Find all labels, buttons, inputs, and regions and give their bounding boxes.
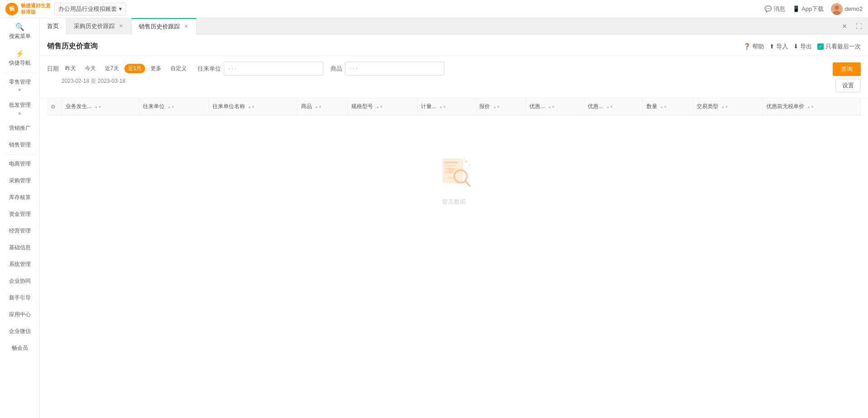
date-chip-yesterday[interactable]: 昨天 [61,64,80,73]
date-chip-more[interactable]: 更多 [147,64,165,73]
sidebar-item-marketing[interactable]: 营销推广 [0,120,39,137]
table-col-qty[interactable]: 数量 ▲▼ [642,98,693,115]
sort-arrows-partner-name[interactable]: ▲▼ [248,105,255,109]
chevron-down-icon: ▾ [119,5,122,12]
user-profile[interactable]: demo2 [831,3,863,15]
top-bar-right: 💬 消息 📱 App下载 demo2 [764,3,863,15]
svg-point-1 [835,5,839,10]
date-chip-today[interactable]: 今天 [81,64,99,73]
sidebar-item-member[interactable]: 畅会员 [0,340,39,356]
sidebar-item-finance-mgmt[interactable]: 资金管理 [0,206,39,223]
table-col-discount2[interactable]: 优惠... ▲▼ [584,98,642,115]
table-col-product[interactable]: 商品 ▲▼ [297,98,347,115]
filter-bar: 日期 昨天 今天 近7天 近1月 更多 自定义 [40,56,868,98]
sidebar-item-enterprise-collab[interactable]: 企业协同 [0,273,39,290]
table-col-price[interactable]: 报价 ▲▼ [475,98,525,115]
product-filter-label: 商品 [330,65,342,73]
table-col-trade-type[interactable]: 交易类型 ▲▼ [693,98,762,115]
settings-button[interactable]: 设置 [835,79,861,92]
page-title: 销售历史价查询 [47,42,98,51]
top-bar: 畅 畅捷通好生意 标准版 办公用品行业模拟账套 ▾ 💬 消息 📱 App下载 [0,0,868,18]
table-col-partner-code[interactable]: 往来单位 ▲▼ [139,98,208,115]
table-settings-col: ⚙ [47,98,61,115]
sidebar-item-search-menu[interactable]: 🔍 搜索菜单 [0,18,39,45]
sidebar-item-wholesale-mgmt[interactable]: 批发管理 ▲ [0,97,39,120]
table-col-unit[interactable]: 计量... ▲▼ [417,98,475,115]
sidebar-item-basic-info[interactable]: 基础信息 [0,239,39,256]
sort-arrows-partner-code[interactable]: ▲▼ [167,105,175,109]
sort-arrows-biz-date[interactable]: ▲▼ [94,105,102,109]
sidebar: 🔍 搜索菜单 ⚡ 快捷导航 零售管理 ▼ 批发管理 ▲ 营销推广 销售管理 电商… [0,18,40,418]
sidebar-item-app-center[interactable]: 应用中心 [0,306,39,323]
date-chip-7days[interactable]: 近7天 [101,64,123,73]
sidebar-item-new-guide[interactable]: 新手引导 [0,290,39,306]
message-btn[interactable]: 💬 消息 [764,5,785,13]
sort-arrows-product[interactable]: ▲▼ [315,105,322,109]
sidebar-item-quick-nav[interactable]: ⚡ 快捷导航 [0,45,39,71]
chevron-up-icon: ▲ [18,110,22,115]
tab-purchase-history[interactable]: 采购历史价跟踪 ✕ [66,18,132,34]
close-sales-history-tab[interactable]: ✕ [183,24,189,30]
date-chip-1month[interactable]: 近1月 [124,64,146,73]
sidebar-item-enterprise-wechat[interactable]: 企业微信 [0,323,39,340]
partner-input[interactable]: ··· [224,62,323,76]
sort-arrows-discount1[interactable]: ▲▼ [548,105,555,109]
import-icon: ⬆ [769,43,774,50]
question-icon: ❓ [743,43,750,50]
sidebar-item-purchase-mgmt[interactable]: 采购管理 [0,172,39,189]
sort-arrows-pretax-price[interactable]: ▲▼ [807,105,814,109]
last-only-checkbox[interactable]: ✓ 只看最后一次 [817,43,861,51]
sort-arrows-trade-type[interactable]: ▲▼ [721,105,728,109]
help-btn[interactable]: ❓ 帮助 [743,43,764,51]
avatar [831,3,843,15]
table-col-discount1[interactable]: 优惠... ▲▼ [526,98,584,115]
product-input[interactable]: ··· [345,62,444,76]
sort-arrows-spec[interactable]: ▲▼ [376,105,383,109]
table-container: ⚙ 业务发生... ▲▼ 往来单位 ▲▼ 往来单位名称 [40,98,868,249]
product-dots: ··· [349,64,359,73]
sort-arrows-unit[interactable]: ▲▼ [439,105,446,109]
sidebar-item-system-mgmt[interactable]: 系统管理 [0,256,39,273]
query-button[interactable]: 查询 [833,62,861,76]
tab-sales-history[interactable]: 销售历史价跟踪 ✕ [132,18,197,34]
partner-filter-label: 往来单位 [198,65,221,73]
lightning-icon: ⚡ [15,49,24,58]
export-btn[interactable]: ⬇ 导出 [793,43,812,51]
partner-dots: ··· [228,64,237,73]
sidebar-item-sales-mgmt[interactable]: 销售管理 [0,137,39,153]
message-icon: 💬 [764,5,772,12]
close-purchase-history-tab[interactable]: ✕ [118,23,124,29]
table-col-partner-name[interactable]: 往来单位名称 ▲▼ [208,98,297,115]
svg-point-12 [469,164,471,166]
date-chip-custom[interactable]: 自定义 [167,64,190,73]
sort-arrows-discount2[interactable]: ▲▼ [606,105,613,109]
table-col-biz-date[interactable]: 业务发生... ▲▼ [61,98,139,115]
sort-arrows-qty[interactable]: ▲▼ [660,105,667,109]
page-content: 销售历史价查询 ❓ 帮助 ⬆ 导入 ⬇ 导出 ✓ [40,34,868,418]
filter-row-1: 日期 昨天 今天 近7天 近1月 更多 自定义 [47,62,826,76]
logo-icon: 畅 [5,3,18,15]
empty-illustration [434,152,474,192]
date-filter-label: 日期 [47,65,59,73]
table-col-pretax-price[interactable]: 优惠前无税单价 ▲▼ [762,98,860,115]
sidebar-divider-2 [4,154,36,155]
checkbox-checked-icon: ✓ [817,43,824,50]
sidebar-item-retail-mgmt[interactable]: 零售管理 ▼ [0,74,39,97]
import-btn[interactable]: ⬆ 导入 [769,43,788,51]
tab-home[interactable]: 首页 [40,18,66,34]
gear-icon[interactable]: ⚙ [51,104,56,110]
sidebar-item-inventory[interactable]: 库存核算 [0,189,39,206]
app-download-btn[interactable]: 📱 App下载 [793,5,824,13]
export-icon: ⬇ [793,43,798,50]
maximize-btn[interactable]: ⛶ [854,21,864,32]
table-col-spec[interactable]: 规格型号 ▲▼ [348,98,417,115]
chevron-down-icon: ▼ [18,87,22,92]
page-header: 销售历史价查询 ❓ 帮助 ⬆ 导入 ⬇ 导出 ✓ [40,34,868,56]
svg-line-9 [465,181,470,186]
sidebar-item-operation-mgmt[interactable]: 经营管理 [0,223,39,239]
table-header-row: ⚙ 业务发生... ▲▼ 往来单位 ▲▼ 往来单位名称 [47,98,861,115]
sort-arrows-price[interactable]: ▲▼ [493,105,500,109]
close-all-tabs-btn[interactable]: ✕ [839,21,850,32]
sidebar-item-ecommerce-mgmt[interactable]: 电商管理 [0,156,39,172]
company-selector[interactable]: 办公用品行业模拟账套 ▾ [54,3,126,15]
